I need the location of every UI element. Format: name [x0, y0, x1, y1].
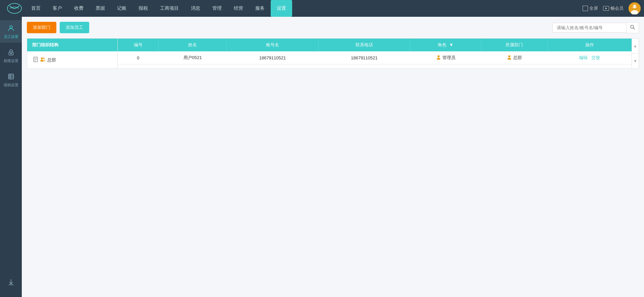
cell-name: 用户0521 — [159, 51, 227, 64]
video-icon — [603, 6, 609, 11]
nav-fee[interactable]: 收费 — [68, 0, 90, 17]
action-bar: 添加部门 添加员工 — [27, 22, 639, 33]
col-account: 账号名 — [227, 39, 319, 51]
scroll-down-button[interactable]: ▼ — [632, 54, 639, 68]
add-emp-button[interactable]: 添加员工 — [60, 22, 89, 33]
file-icon — [33, 57, 38, 63]
svg-point-5 — [633, 6, 634, 7]
svg-point-9 — [10, 53, 11, 54]
svg-point-27 — [507, 58, 511, 60]
main-content: 添加部门 添加员工 部门组织结构 — [22, 17, 644, 297]
sidebar-item-employee-label: 员工设置 — [4, 34, 18, 39]
search-button[interactable] — [626, 22, 639, 33]
app-logo — [3, 3, 25, 14]
layout: 员工设置 权限设置 报税设置 — [0, 17, 644, 297]
sidebar-bottom — [0, 274, 22, 297]
table-container: 部门组织结构 — [27, 38, 639, 69]
fullscreen-icon — [583, 6, 588, 11]
main-nav: 首页 客户 收费 票据 记账 报税 工商项目 消息 管理 经营 服务 设置 — [25, 0, 583, 17]
search-input[interactable] — [552, 23, 626, 33]
permission-icon — [6, 48, 16, 57]
svg-point-6 — [635, 6, 637, 7]
sidebar-item-taxsettings[interactable]: 报税设置 — [0, 68, 22, 91]
transfer-link[interactable]: 交接 — [591, 55, 600, 60]
vip-button[interactable]: 畅会员 — [603, 5, 624, 11]
scroll-up-button[interactable]: ▲ — [632, 39, 639, 54]
employee-table: 编号 姓名 账号名 联系电话 角色 ▼ 所属部门 操作 — [118, 39, 632, 68]
svg-point-23 — [43, 60, 46, 61]
svg-point-25 — [437, 58, 440, 60]
tax-icon — [6, 72, 16, 81]
col-ops: 操作 — [547, 39, 632, 51]
col-phone: 联系电话 — [318, 39, 410, 51]
cell-account: 18679110521 — [227, 51, 319, 64]
svg-point-26 — [508, 55, 510, 57]
search-bar — [552, 22, 639, 33]
search-icon — [630, 24, 635, 30]
nav-customer[interactable]: 客户 — [47, 0, 68, 17]
top-nav: 首页 客户 收费 票据 记账 报税 工商项目 消息 管理 经营 服务 设置 全屏… — [0, 0, 644, 17]
nav-operation[interactable]: 经营 — [228, 0, 249, 17]
cell-id: 0 — [118, 51, 159, 64]
scroll-arrows: ▲ ▼ — [632, 39, 639, 68]
nav-accounting[interactable]: 记账 — [111, 0, 132, 17]
sidebar-item-permission-label: 权限设置 — [4, 58, 18, 63]
dept-user-icon — [507, 55, 512, 61]
svg-rect-10 — [8, 74, 13, 79]
download-icon — [6, 278, 16, 287]
col-id: 编号 — [118, 39, 159, 51]
user-avatar[interactable] — [629, 2, 641, 14]
nav-home[interactable]: 首页 — [25, 0, 47, 17]
col-role: 角色 ▼ — [410, 39, 481, 51]
svg-point-7 — [10, 26, 12, 28]
user-group-icon — [40, 57, 45, 63]
col-name: 姓名 — [159, 39, 227, 51]
nav-business[interactable]: 工商项目 — [154, 0, 185, 17]
nav-manage[interactable]: 管理 — [206, 0, 228, 17]
cell-role: 管理员 — [410, 51, 481, 64]
svg-point-22 — [43, 57, 45, 59]
fullscreen-button[interactable]: 全屏 — [583, 5, 598, 11]
sidebar-item-download[interactable] — [0, 274, 22, 290]
nav-service[interactable]: 服务 — [249, 0, 271, 17]
svg-point-20 — [41, 57, 43, 59]
nav-tax[interactable]: 报税 — [132, 0, 154, 17]
svg-point-24 — [437, 55, 439, 57]
employee-icon — [6, 23, 16, 33]
tree-panel: 部门组织结构 — [27, 39, 118, 68]
tree-item-label: 总部 — [47, 57, 56, 63]
sidebar-item-permission[interactable]: 权限设置 — [0, 44, 22, 67]
col-dept: 所属部门 — [481, 39, 548, 51]
cell-dept: 总部 — [481, 51, 548, 64]
nav-settings[interactable]: 设置 — [271, 0, 292, 17]
tree-body: 总部 — [27, 51, 117, 68]
cell-ops: 编辑 交接 — [547, 51, 632, 64]
svg-marker-1 — [605, 7, 607, 9]
nav-message[interactable]: 消息 — [185, 0, 206, 17]
right-actions: 全屏 畅会员 — [583, 2, 641, 14]
sidebar-item-taxsettings-label: 报税设置 — [4, 83, 18, 88]
tree-item-general[interactable]: 总部 — [31, 55, 114, 65]
cell-phone: 18679110521 — [318, 51, 410, 64]
nav-bill[interactable]: 票据 — [90, 0, 111, 17]
edit-link[interactable]: 编辑 — [579, 55, 588, 60]
tree-header: 部门组织结构 — [27, 39, 117, 51]
role-user-icon — [436, 55, 441, 61]
table-row: 0 用户0521 18679110521 18679110521 — [118, 51, 632, 64]
vip-label: 畅会员 — [610, 5, 624, 11]
sidebar-item-employee[interactable]: 员工设置 — [0, 20, 22, 43]
role-filter-icon[interactable]: ▼ — [449, 42, 453, 47]
sidebar: 员工设置 权限设置 报税设置 — [0, 17, 22, 297]
fullscreen-label: 全屏 — [589, 5, 598, 11]
svg-line-15 — [633, 28, 635, 29]
add-dept-button[interactable]: 添加部门 — [27, 22, 56, 33]
